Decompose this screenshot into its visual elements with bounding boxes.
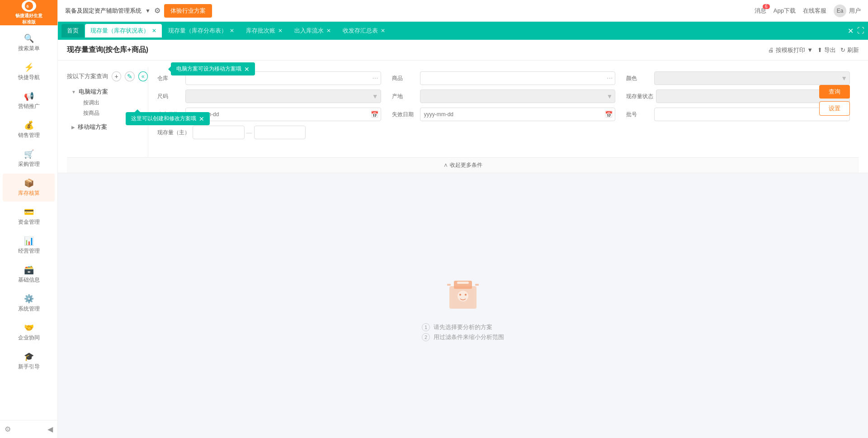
scheme-edit-btn[interactable]: ✎ (125, 71, 134, 81)
sidebar-item-label: 企业协同 (18, 334, 40, 342)
svg-point-6 (459, 294, 461, 296)
filter-panel: 按以下方案查询 + ✎ « ▼ 电脑端方案 按调出 (58, 61, 868, 173)
sidebar-item-basic[interactable]: 🗃️ 基础信息 (3, 260, 55, 288)
warehouse-dots-icon[interactable]: ··· (372, 74, 378, 82)
main-area: 装备及固定资产辅助管理系统 ▼ ⚙ 体验行业方案 消息 6 App下载 在线客服… (58, 0, 868, 438)
industry-btn[interactable]: 体验行业方案 (164, 4, 212, 18)
step1-num: 1 (422, 323, 430, 331)
stock-qty-wrap: — (193, 126, 306, 139)
sidebar-item-enterprise[interactable]: 🤝 企业协同 (3, 318, 55, 346)
system-dropdown-btn[interactable]: ▼ (145, 8, 151, 14)
search-btn[interactable]: 查询 (819, 85, 850, 99)
sidebar-item-finance[interactable]: 💳 资金管理 (3, 203, 55, 231)
scheme-add-btn[interactable]: + (112, 71, 121, 81)
stock-qty-max[interactable] (254, 126, 306, 139)
refresh-btn[interactable]: ↻ 刷新 (840, 46, 859, 54)
sidebar-item-label: 资金管理 (18, 218, 40, 226)
user-menu[interactable]: Ea 用户 (834, 5, 861, 17)
sidebar-item-label: 销售管理 (18, 132, 40, 139)
filter-stock-status: 现存量状态 ▼ (626, 89, 850, 103)
size-select[interactable] (185, 89, 381, 103)
tab-label: 现存量（库存分布表） (168, 27, 227, 35)
scheme-row: 按以下方案查询 + ✎ « (67, 71, 148, 81)
sidebar-item-label: 新手引导 (18, 363, 40, 371)
produce-date-input[interactable] (185, 108, 381, 121)
set-btn[interactable]: 设置 (819, 101, 850, 116)
tab-close-all-btn[interactable]: ✕ (848, 27, 854, 35)
export-btn[interactable]: ⬆ 导出 (817, 46, 836, 54)
tooltip-scheme: 这里可以创建和修改方案哦 ✕ (126, 112, 210, 125)
tooltip-scheme-text: 这里可以创建和修改方案哦 (131, 115, 196, 122)
tab-close-btn[interactable]: ✕ (381, 28, 385, 34)
message-btn[interactable]: 消息 6 (755, 7, 766, 15)
expand-icon: ▶ (71, 125, 75, 130)
sidebar-item-search[interactable]: 🔍 搜索菜单 (3, 29, 55, 57)
tab-home[interactable]: 首页 (61, 24, 84, 38)
expire-date-input[interactable] (420, 108, 616, 121)
tab-label: 库存批次账 (246, 27, 275, 35)
tab-fullscreen-btn[interactable]: ⛶ (857, 27, 864, 35)
page-actions: 🖨 按模板打印 ▼ ⬆ 导出 ↻ 刷新 (768, 46, 859, 54)
print-icon: 🖨 (768, 47, 774, 53)
online-support-btn[interactable]: 在线客服 (803, 7, 826, 15)
sidebar-item-marketing[interactable]: 📢 营销推广 (3, 87, 55, 115)
sales-icon: 💰 (24, 120, 34, 130)
svg-rect-8 (447, 284, 451, 286)
produce-date-calendar-icon[interactable]: 📅 (371, 111, 378, 118)
tab-inout-flow[interactable]: 出入库流水 ✕ (289, 24, 336, 38)
svg-point-0 (24, 2, 33, 10)
search-nav-icon: 🔍 (24, 33, 34, 43)
sidebar-settings-btn[interactable]: ⚙ (5, 425, 11, 433)
page-title: 现存量查询(按仓库+商品) (67, 45, 148, 55)
sidebar-item-system[interactable]: ⚙️ 系统管理 (3, 289, 55, 317)
sidebar-item-inventory[interactable]: 📦 库存核算 (3, 174, 55, 202)
sidebar-item-guide[interactable]: 🎓 新手引导 (3, 347, 55, 375)
tab-close-btn[interactable]: ✕ (152, 28, 156, 34)
origin-dropdown-icon: ▼ (606, 93, 613, 100)
scheme-child-label: 按商品 (83, 109, 99, 117)
sidebar: 6 畅捷通好生意 标准版 🔍 搜索菜单 ⚡ 快捷导航 📢 营销推广 💰 销售管理… (0, 0, 58, 438)
sidebar-collapse-btn[interactable]: ◀ (47, 425, 53, 433)
tab-summary[interactable]: 收发存汇总表 ✕ (337, 24, 391, 38)
tab-inventory-status[interactable]: 现存量（库存状况表） ✕ (85, 24, 162, 38)
print-btn[interactable]: 🖨 按模板打印 ▼ (768, 46, 813, 54)
tab-inventory-distribution[interactable]: 现存量（库存分布表） ✕ (163, 24, 240, 38)
tab-home-label: 首页 (67, 27, 79, 35)
size-dropdown-icon: ▼ (372, 93, 378, 100)
scheme-computer-label: 电脑端方案 (79, 88, 108, 96)
tab-close-btn[interactable]: ✕ (326, 28, 331, 34)
export-icon: ⬆ (817, 47, 822, 53)
stock-qty-min[interactable] (193, 126, 245, 139)
sidebar-item-operations[interactable]: 📊 经营管理 (3, 231, 55, 259)
size-input-wrap: ▼ (185, 89, 381, 103)
tab-close-btn[interactable]: ✕ (278, 28, 283, 34)
product-dots-icon[interactable]: ··· (607, 74, 613, 82)
sidebar-item-label: 营销推广 (18, 103, 40, 110)
sidebar-item-label: 经营管理 (18, 247, 40, 255)
sidebar-item-quicknav[interactable]: ⚡ 快捷导航 (3, 58, 55, 86)
sidebar-item-sales[interactable]: 💰 销售管理 (3, 116, 55, 144)
collapse-row[interactable]: ∧ 收起更多条件 (67, 157, 859, 173)
scheme-computer[interactable]: ▼ 电脑端方案 (71, 86, 148, 98)
tab-close-btn[interactable]: ✕ (230, 28, 234, 34)
app-download-btn[interactable]: App下载 (774, 7, 796, 15)
settings-btn[interactable]: ⚙ (154, 6, 160, 15)
origin-select[interactable] (420, 89, 616, 103)
batch-label: 批号 (626, 111, 651, 118)
svg-rect-4 (457, 282, 469, 284)
tooltip-computer-close[interactable]: ✕ (244, 66, 250, 72)
step2-text: 用过滤条件来缩小分析范围 (434, 333, 504, 341)
product-input[interactable] (420, 71, 616, 85)
tooltip-scheme-close[interactable]: ✕ (199, 116, 204, 122)
app-logo: 6 畅捷通好生意 标准版 (0, 0, 57, 25)
produce-date-wrap: 📅 (185, 108, 381, 121)
sidebar-item-label: 搜索菜单 (18, 45, 40, 52)
tab-batch-account[interactable]: 库存批次账 ✕ (241, 24, 288, 38)
sidebar-item-purchase[interactable]: 🛒 采购管理 (3, 145, 55, 173)
app-name: 畅捷通好生意 (15, 13, 42, 19)
topbar-left: 装备及固定资产辅助管理系统 ▼ ⚙ 体验行业方案 (65, 4, 212, 18)
scheme-arrow-btn[interactable]: « (138, 71, 148, 81)
expire-date-calendar-icon[interactable]: 📅 (605, 111, 613, 118)
enterprise-icon: 🤝 (24, 323, 34, 333)
color-select[interactable] (654, 71, 850, 85)
